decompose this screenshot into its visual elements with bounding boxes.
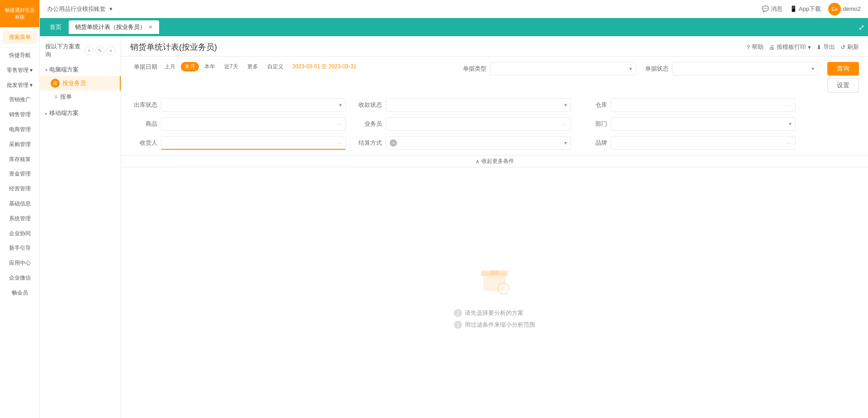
collapse-panel-button[interactable]: « [106,46,115,55]
sidebar-item-quick-nav[interactable]: 快捷导航 [0,48,39,63]
dept-label: 部门 [580,120,607,128]
date-tab-this-year[interactable]: 本年 [201,62,219,71]
sidebar-item-电商管理[interactable]: 电商管理 [5,122,34,137]
query-button[interactable]: 查询 [827,62,859,76]
collapse-label: 收起更多条件 [481,157,514,165]
warehouse-field: 仓库 ··· [580,98,796,112]
receiver-label: 收货人 [130,139,157,147]
warehouse-input[interactable]: ··· [611,98,796,112]
settle-chevron-icon: ▾ [564,140,567,146]
template-print-button[interactable]: 🖨 按模板打印 ▾ [769,43,811,51]
goods-label: 商品 [130,120,157,128]
app-download-icon: 📱 [790,5,797,12]
export-icon: ⬇ [816,44,821,51]
tab-expand-icon[interactable]: ⤢ [859,23,864,32]
add-scheme-button[interactable]: + [85,46,94,55]
export-button[interactable]: ⬇ 导出 [816,43,835,51]
sidebar-item-企业微信[interactable]: 企业微信 [5,271,34,285]
breadcrumb-text: 办公用品行业模拟账套 [47,5,106,13]
sidebar-item-资金管理[interactable]: 资金管理 [5,166,34,181]
tip-num-1: 1 [454,309,462,317]
goods-input[interactable]: ··· [161,117,346,131]
tree-group-desktop-label: 电脑端方案 [49,66,79,74]
tree-sub-icon: ≡ [54,94,57,100]
sidebar-item-销售管理[interactable]: 销售管理 [5,107,34,122]
content-area: 按以下方案查询 + ✎ « ▾ 电脑端方案 按 按业务员 ≡ 按 [40,36,868,418]
sidebar-item-应用中心[interactable]: 应用中心 [5,256,34,271]
sidebar-item-系统管理[interactable]: 系统管理 [5,211,34,226]
app-download-label: App下载 [799,5,821,13]
sidebar-item-基础信息[interactable]: 基础信息 [5,196,34,211]
date-tab-custom[interactable]: 自定义 [264,62,287,71]
tab-sales-stat[interactable]: 销货单统计表（按业务员） ✕ [69,20,159,34]
tree-item-by-order[interactable]: ≡ 按单 [40,90,121,103]
help-button[interactable]: ? 帮助 [747,43,764,51]
tree-group-desktop-header[interactable]: ▾ 电脑端方案 [40,63,121,76]
sidebar-nav: 零售管理 ▾批发管理 ▾营销推广销售管理电商管理采购管理库存核算资金管理经营管理… [5,63,34,300]
refresh-button[interactable]: ↺ 刷新 [840,43,859,51]
goods-dots-icon: ··· [337,120,342,128]
export-label: 导出 [823,43,835,51]
tip-text-1: 请先选择要分析的方案 [465,307,524,319]
out-status-select[interactable]: ▾ [161,98,346,112]
sidebar-item-营销推广[interactable]: 营销推广 [5,92,34,107]
collapse-button[interactable]: ∧ 收起更多条件 [476,157,514,165]
sidebar-item-企业协同[interactable]: 企业协同 [5,226,34,241]
brand-label: 品牌 [580,139,607,147]
settle-tag-close[interactable]: × [390,139,397,147]
tab-bar: 首页 销货单统计表（按业务员） ✕ ⤢ [40,18,868,36]
filter-row-2: 出库状态 ▾ 收款状态 ▾ 仓库 [130,98,859,112]
quick-nav-label: 快捷导航 [2,52,38,59]
staff-label: 业务员 [355,120,382,128]
tree-group-mobile: ▸ 移动端方案 [40,105,121,121]
doc-type-select[interactable]: ▾ [490,62,636,76]
receiver-input[interactable]: ··· [161,136,346,150]
date-label: 单据日期 [130,63,157,71]
brand-field: 品牌 ··· [580,136,796,150]
date-tab-this-month[interactable]: 本月 [181,62,199,71]
date-tab-more[interactable]: 更多 [244,62,262,71]
settle-label: 结算方式 [355,139,382,147]
date-tab-last-month[interactable]: 上月 [161,62,179,71]
out-status-chevron-icon: ▾ [339,102,342,108]
sidebar-item-采购管理[interactable]: 采购管理 [5,137,34,152]
settle-tag: × [390,139,397,147]
tab-close-icon[interactable]: ✕ [148,24,153,30]
brand-input[interactable]: ··· [611,136,796,150]
tree-item-by-order-label: 按单 [60,93,72,101]
filter-area: 单据日期 上月 本月 本年 近7天 更多 自定义 2023-03-01 至 20… [121,57,868,156]
breadcrumb-dropdown-icon[interactable]: ▾ [109,5,113,12]
sidebar-item-畅会员[interactable]: 畅会员 [5,285,34,300]
sidebar-item-新手引导[interactable]: 新手引导 [5,241,34,256]
top-header: 办公用品行业模拟账套 ▾ 💬 消息 📱 App下载 Ea demo2 [40,0,868,18]
edit-scheme-button[interactable]: ✎ [95,46,104,55]
search-menu-button[interactable]: 搜索菜单 [3,31,37,44]
date-tab-last-7[interactable]: 近7天 [221,62,242,71]
set-button[interactable]: 设置 [827,78,859,93]
svg-text:!: ! [502,285,503,292]
sidebar-item-库存核算[interactable]: 库存核算 [5,152,34,167]
staff-input[interactable]: ··· [386,117,571,131]
user-avatar-button[interactable]: Ea demo2 [828,3,861,15]
dept-select[interactable]: ▾ [611,117,796,131]
collapse-up-icon: ∧ [476,158,480,165]
tree-group-mobile-header[interactable]: ▸ 移动端方案 [40,107,121,119]
sidebar-item-批发管理[interactable]: 批发管理 ▾ [5,78,34,93]
empty-tips: 1 请先选择要分析的方案 2 用过滤条件来缩小分析范围 [454,307,535,331]
doc-status-select[interactable]: ▾ [672,62,818,76]
receipt-status-select[interactable]: ▾ [386,98,571,112]
tree-item-by-staff[interactable]: 按 按业务员 [40,76,121,90]
message-label: 消息 [771,5,783,13]
tree-item-dot: 按 [51,79,60,88]
tab-home[interactable]: 首页 [43,20,68,34]
app-download-button[interactable]: 📱 App下载 [790,5,821,13]
staff-dots-icon: ··· [561,120,567,128]
message-button[interactable]: 💬 消息 [762,5,783,13]
sidebar-item-经营管理[interactable]: 经营管理 [5,181,34,196]
sidebar-item-零售管理[interactable]: 零售管理 ▾ [5,63,34,78]
settle-select[interactable]: × ▾ [386,136,571,150]
dept-chevron-icon: ▾ [789,121,792,127]
staff-field: 业务员 ··· [355,117,571,131]
left-panel-header: 按以下方案查询 + ✎ « [40,40,121,62]
receiver-field: 收货人 ··· [130,136,346,150]
